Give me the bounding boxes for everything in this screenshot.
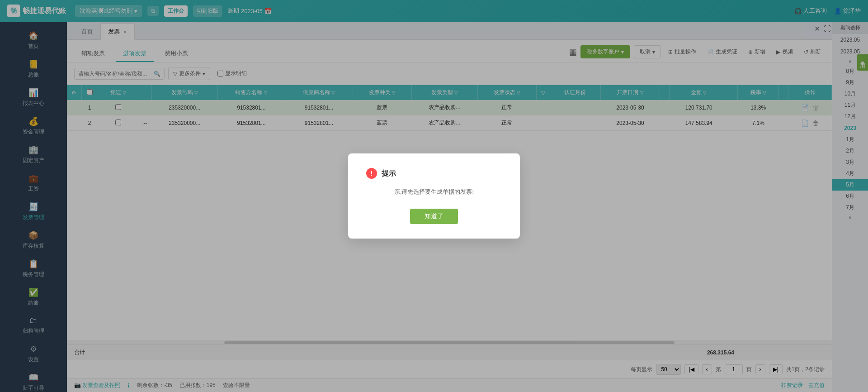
dialog-button-row: 知道了 [366, 209, 502, 224]
alert-dialog: ! 提示 亲,请先选择要生成单据的发票! 知道了 [348, 153, 520, 239]
dialog-message: 亲,请先选择要生成单据的发票! [366, 188, 502, 196]
warning-icon: ! [366, 168, 377, 179]
dialog-overlay[interactable]: ! 提示 亲,请先选择要生成单据的发票! 知道了 [0, 0, 868, 392]
dialog-title: 提示 [382, 169, 396, 178]
dialog-title-row: ! 提示 [366, 168, 502, 179]
dialog-confirm-button[interactable]: 知道了 [410, 209, 458, 224]
